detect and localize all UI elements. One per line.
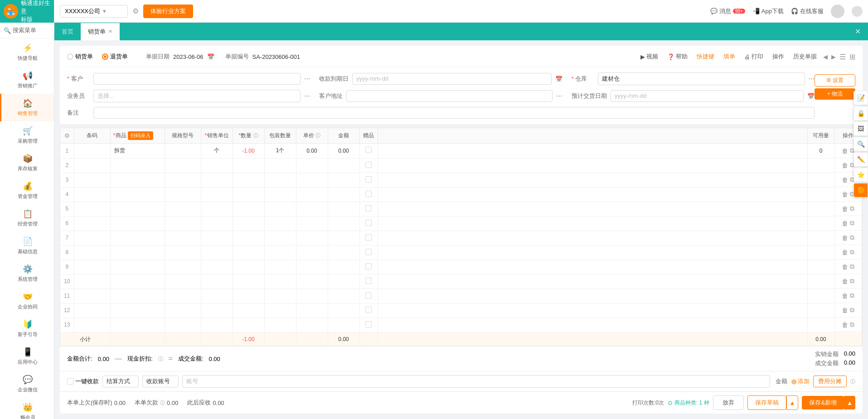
row-amount[interactable] xyxy=(328,260,359,274)
copy-icon[interactable]: ⧉ xyxy=(850,263,854,270)
row-pkgqty[interactable] xyxy=(264,289,296,303)
row-unit[interactable] xyxy=(201,318,233,332)
radio-sales[interactable]: 销货单 xyxy=(67,53,93,61)
row-amount[interactable] xyxy=(328,202,359,216)
save-new-button[interactable]: 保存&新增 xyxy=(802,396,844,409)
row-price[interactable] xyxy=(296,216,328,231)
owed-info-icon[interactable]: ⓘ xyxy=(160,400,165,406)
row-price[interactable] xyxy=(296,289,328,303)
expense-info-icon[interactable]: ⓘ xyxy=(850,378,855,385)
sidebar-item-guide[interactable]: 🔰 新手引导 xyxy=(0,315,54,342)
expense-btn[interactable]: 费用分摊 xyxy=(813,376,847,387)
sidebar-item-basic-info[interactable]: 📄 基础信息 xyxy=(0,232,54,260)
discount-info-icon[interactable]: ⓘ xyxy=(158,356,163,362)
row-price[interactable] xyxy=(296,202,328,216)
sidebar-item-wechat[interactable]: 💬 企业微信 xyxy=(0,370,54,398)
row-amount[interactable]: 0.00 xyxy=(328,144,359,159)
copy-icon[interactable]: ⧉ xyxy=(850,219,854,227)
row-amount[interactable] xyxy=(328,187,359,202)
row-qty[interactable]: -1.00 xyxy=(233,144,264,159)
tab-home[interactable]: 首页 xyxy=(54,23,81,40)
row-product[interactable] xyxy=(110,202,165,216)
row-price[interactable] xyxy=(296,274,328,289)
save-draft-button[interactable]: 保存草稿 xyxy=(747,395,786,410)
row-price[interactable] xyxy=(296,318,328,332)
delete-icon[interactable]: 🗑 xyxy=(842,220,848,227)
row-gift[interactable] xyxy=(359,303,378,318)
message-btn[interactable]: 💬 消息 99+ xyxy=(710,7,745,15)
tab-sales-order[interactable]: 销货单 ✕ xyxy=(81,23,120,40)
row-amount[interactable] xyxy=(328,274,359,289)
row-spec[interactable] xyxy=(165,144,201,159)
row-spec[interactable] xyxy=(165,289,201,303)
tab-close-btn[interactable]: ✕ xyxy=(848,23,868,40)
row-gift[interactable] xyxy=(359,173,378,187)
receipt-calendar-icon[interactable]: 📅 xyxy=(555,76,563,82)
tab-close-icon[interactable]: ✕ xyxy=(108,29,112,34)
row-pkgqty[interactable] xyxy=(264,260,296,274)
calendar-icon[interactable]: 📅 xyxy=(207,53,214,60)
float-star-btn[interactable]: ⭐ xyxy=(853,168,868,182)
onepay-checkbox[interactable]: 一键收款 xyxy=(67,377,99,385)
row-product[interactable] xyxy=(110,274,165,289)
expected-date-input[interactable]: yyyy-mm-dd xyxy=(611,90,804,102)
row-pkgqty[interactable] xyxy=(264,274,296,289)
shortcut-btn[interactable]: 快捷键 xyxy=(694,51,717,62)
row-pkgqty[interactable] xyxy=(264,216,296,231)
float-orange-btn[interactable]: 🟠 xyxy=(853,183,868,197)
row-gift[interactable] xyxy=(359,318,378,332)
operation-btn[interactable]: 操作 xyxy=(770,51,787,62)
row-product[interactable] xyxy=(110,158,165,173)
row-unit[interactable]: 个 xyxy=(201,144,233,159)
row-unit[interactable] xyxy=(201,187,233,202)
row-amount[interactable] xyxy=(328,173,359,187)
sidebar-item-inventory[interactable]: 📦 库存核算 xyxy=(0,149,54,177)
copy-icon[interactable]: ⧉ xyxy=(850,234,854,241)
row-price[interactable] xyxy=(296,231,328,245)
discard-button[interactable]: 放弃 xyxy=(713,395,744,410)
row-pkgqty[interactable] xyxy=(264,173,296,187)
row-price[interactable]: 0.00 xyxy=(296,144,328,159)
row-gift[interactable] xyxy=(359,231,378,245)
sidebar-item-app-center[interactable]: 📱 应用中心 xyxy=(0,342,54,370)
row-unit[interactable] xyxy=(201,274,233,289)
row-price[interactable] xyxy=(296,173,328,187)
scan-btn[interactable]: 扫码录入 xyxy=(128,131,153,140)
settle-account-select[interactable]: 收款账号 xyxy=(142,376,179,387)
row-pkgqty[interactable] xyxy=(264,187,296,202)
sidebar-item-operations[interactable]: 📋 经营管理 xyxy=(0,204,54,232)
delete-icon[interactable]: 🗑 xyxy=(842,292,848,299)
qty-info-icon[interactable]: ⓘ xyxy=(253,133,258,138)
delete-icon[interactable]: 🗑 xyxy=(842,162,848,169)
avatar2[interactable] xyxy=(852,6,863,17)
float-edit-btn[interactable]: ✏️ xyxy=(853,152,868,167)
row-gift[interactable] xyxy=(359,289,378,303)
delete-icon[interactable]: 🗑 xyxy=(842,321,848,328)
customer-dots[interactable]: ··· xyxy=(304,75,310,83)
sidebar-item-system[interactable]: ⚙️ 系统管理 xyxy=(0,260,54,287)
grid-view-icon[interactable]: ⊞ xyxy=(849,53,855,61)
list-view-icon[interactable]: ☰ xyxy=(839,53,846,61)
row-unit[interactable] xyxy=(201,158,233,173)
copy-icon[interactable]: ⧉ xyxy=(850,248,854,256)
video-btn[interactable]: ▶ 视频 xyxy=(638,51,661,62)
print-btn[interactable]: 🖨 打印 xyxy=(742,51,766,62)
trial-button[interactable]: 体验行业方案 xyxy=(143,5,193,18)
row-amount[interactable] xyxy=(328,289,359,303)
warehouse-input[interactable]: 建材仓 xyxy=(598,72,805,85)
row-qty[interactable] xyxy=(233,303,264,318)
row-amount[interactable] xyxy=(328,231,359,245)
row-qty[interactable] xyxy=(233,216,264,231)
row-qty[interactable] xyxy=(233,173,264,187)
address-input[interactable] xyxy=(346,90,553,102)
row-product[interactable] xyxy=(110,187,165,202)
row-spec[interactable] xyxy=(165,158,201,173)
row-pkgqty[interactable] xyxy=(264,245,296,260)
row-amount[interactable] xyxy=(328,318,359,332)
row-pkgqty[interactable] xyxy=(264,202,296,216)
delete-icon[interactable]: 🗑 xyxy=(842,147,848,154)
row-gift[interactable] xyxy=(359,144,378,159)
salesperson-input[interactable]: 选择... xyxy=(93,90,301,102)
row-pkgqty[interactable] xyxy=(264,158,296,173)
row-price[interactable] xyxy=(296,245,328,260)
